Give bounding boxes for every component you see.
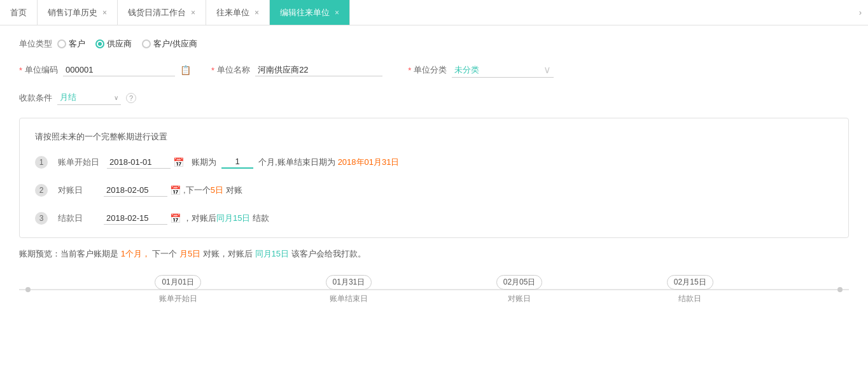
tab-home[interactable]: 首页	[0, 0, 38, 25]
required-star-name: *	[211, 66, 214, 75]
payment-label: 收款条件	[19, 92, 52, 104]
timeline-node-3: 02月05日 对账日	[496, 275, 543, 304]
period-row-3: 3 结款日 📅 ，对账后 同月15日 结款	[35, 212, 833, 225]
timeline-node-label-1: 账单开始日	[159, 293, 197, 304]
period-settings-section: 请按照未来的一个完整帐期进行设置 1 账单开始日 📅 账期为 个月,账单结束日期…	[19, 118, 849, 238]
period-end-date-highlight: 2018年01月31日	[338, 157, 400, 168]
tab-edit-partner-unit[interactable]: 编辑往来单位 ×	[270, 0, 350, 25]
timeline-node-label-4: 结款日	[678, 293, 701, 304]
timeline-badge-1: 01月01日	[155, 275, 201, 290]
timeline-node-2: 01月31日 账单结束日	[326, 275, 372, 304]
payment-value: 月结	[60, 92, 111, 103]
tab-close-partner-unit[interactable]: ×	[255, 8, 259, 17]
account-start-date-input[interactable]	[107, 156, 171, 169]
timeline-badge-3: 02月05日	[496, 275, 543, 290]
preview-highlight-3: 同月15日	[255, 249, 289, 258]
period-count-input[interactable]	[221, 155, 253, 169]
tab-sales-order-history[interactable]: 销售订单历史 ×	[38, 0, 118, 25]
reconciliation-suffix: 对账	[226, 185, 242, 196]
payment-dropdown[interactable]: 月结 ∨	[57, 90, 121, 105]
timeline-badge-4: 02月15日	[667, 275, 713, 290]
preview-text: 账期预览：当前客户账期是 1个月， 下一个 月5日 对账，对账后 同月15日 该…	[19, 248, 849, 260]
radio-circle-supplier	[95, 39, 104, 48]
period-row-1: 1 账单开始日 📅 账期为 个月,账单结束日期为 2018年01月31日	[35, 155, 833, 169]
unit-code-label: 单位编码	[25, 64, 58, 76]
chevron-right-icon: ›	[859, 8, 862, 17]
payment-prefix: ，对账后	[183, 213, 216, 224]
chevron-down-icon: ∨	[543, 64, 551, 76]
timeline-node-4: 02月15日 结款日	[667, 275, 713, 304]
timeline: 01月01日 账单开始日 01月31日 账单结束日 02月05日 对账日 02月…	[19, 275, 849, 304]
tab-close-edit-partner-unit[interactable]: ×	[335, 8, 339, 17]
unit-type-radio-group: 客户 供应商 客户/供应商	[57, 38, 197, 50]
period-field-label-3: 结款日	[58, 213, 96, 224]
timeline-node-label-3: 对账日	[508, 293, 531, 304]
payment-row: 收款条件 月结 ∨ ?	[19, 90, 849, 105]
reconciliation-day-highlight: 5日	[211, 185, 223, 196]
help-icon[interactable]: ?	[126, 93, 136, 103]
preview-label: 账期预览：当前客户账期是	[19, 249, 118, 258]
timeline-dot-left	[25, 287, 31, 292]
period-suffix-1: 账期为	[192, 157, 216, 168]
reconciliation-date-input[interactable]	[104, 184, 167, 197]
preview-text-2: 下一个	[152, 249, 177, 258]
unit-category-dropdown[interactable]: 未分类 ∨	[452, 62, 554, 78]
radio-customer[interactable]: 客户	[57, 38, 85, 50]
timeline-items: 01月01日 账单开始日 01月31日 账单结束日 02月05日 对账日 02月…	[25, 275, 843, 304]
payment-chevron-down-icon: ∨	[114, 94, 118, 101]
period-number-2: 2	[35, 184, 48, 197]
preview-text-3: 对账，对账后	[203, 249, 253, 258]
unit-code-input[interactable]	[63, 64, 175, 76]
radio-customer-supplier[interactable]: 客户/供应商	[142, 38, 197, 50]
tab-bar: 首页 销售订单历史 × 钱货日清工作台 × 往来单位 × 编辑往来单位 × ›	[0, 0, 868, 25]
section-title: 请按照未来的一个完整帐期进行设置	[35, 131, 833, 143]
calendar-icon-1[interactable]: 📅	[173, 157, 184, 167]
unit-name-label: 单位名称	[217, 64, 250, 76]
unit-category-value: 未分类	[454, 64, 540, 76]
radio-label-customer-supplier: 客户/供应商	[153, 38, 197, 50]
payment-day-highlight: 同月15日	[216, 213, 250, 224]
period-field-label-1: 账单开始日	[58, 157, 99, 168]
unit-type-label: 单位类型	[19, 38, 52, 50]
payment-suffix: 结款	[253, 213, 269, 224]
radio-circle-customer	[57, 39, 66, 48]
radio-label-customer: 客户	[69, 38, 85, 50]
period-row-2: 2 对账日 📅 ,下一个 5日 对账	[35, 184, 833, 197]
timeline-badge-2: 01月31日	[326, 275, 372, 290]
required-star-category: *	[408, 66, 411, 75]
preview-highlight-1: 1个月，	[121, 249, 150, 258]
period-number-3: 3	[35, 212, 48, 225]
calendar-icon-3[interactable]: 📅	[170, 213, 181, 223]
unit-category-group: * 单位分类 未分类 ∨	[408, 62, 554, 78]
period-number-1: 1	[35, 156, 48, 169]
unit-category-label: 单位分类	[414, 64, 447, 76]
preview-text-4: 该客户会给我打款。	[291, 249, 366, 258]
preview-highlight-2: 月5日	[179, 249, 200, 258]
calendar-icon-2[interactable]: 📅	[170, 185, 181, 195]
timeline-dot-right	[837, 287, 843, 292]
timeline-node-1: 01月01日 账单开始日	[155, 275, 201, 304]
radio-supplier[interactable]: 供应商	[95, 38, 132, 50]
tab-close-sales-order-history[interactable]: ×	[102, 8, 107, 17]
required-star-code: *	[19, 66, 22, 75]
radio-label-supplier: 供应商	[107, 38, 132, 50]
tab-partner-unit[interactable]: 往来单位 ×	[206, 0, 270, 25]
unit-type-row: 单位类型 客户 供应商 客户/供应商	[19, 38, 849, 50]
tab-close-cash-work[interactable]: ×	[191, 8, 195, 17]
reconciliation-prefix: ,下一个	[183, 185, 211, 196]
copy-icon[interactable]: 📋	[180, 65, 191, 75]
unit-info-row: * 单位编码 📋 * 单位名称 * 单位分类 未分类 ∨	[19, 62, 849, 78]
timeline-node-label-2: 账单结束日	[330, 293, 368, 304]
tab-cash-work[interactable]: 钱货日清工作台 ×	[118, 0, 206, 25]
payment-date-input[interactable]	[104, 212, 167, 225]
radio-circle-customer-supplier	[142, 39, 151, 48]
period-field-label-2: 对账日	[58, 185, 96, 196]
period-count-suffix: 个月,账单结束日期为	[258, 157, 335, 168]
main-content: 单位类型 客户 供应商 客户/供应商 * 单位编码 📋 * 单位名称 *	[0, 25, 868, 387]
unit-name-input[interactable]	[255, 64, 382, 76]
tab-more-button[interactable]: ›	[853, 0, 868, 25]
